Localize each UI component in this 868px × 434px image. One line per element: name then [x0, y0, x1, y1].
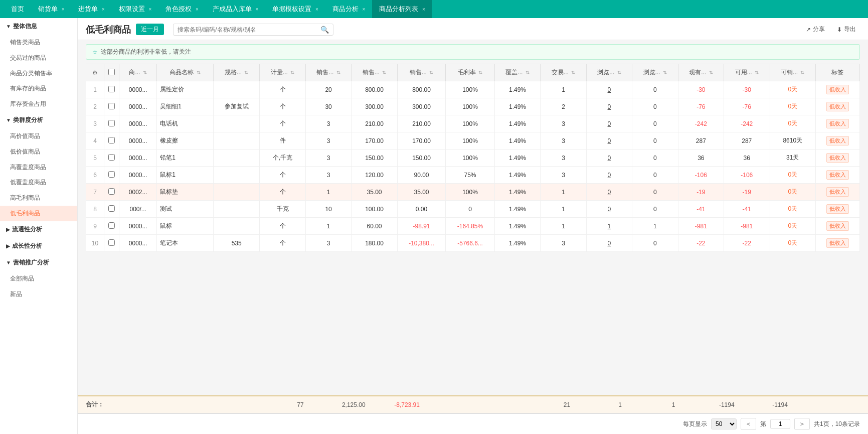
row-checkbox[interactable] [108, 222, 115, 229]
sort-icon-available[interactable]: ⇅ [755, 70, 759, 75]
search-icon[interactable]: 🔍 [320, 26, 329, 34]
period-button[interactable]: 近一月 [136, 24, 164, 35]
nav-product-analysis[interactable]: 商品分析 × [325, 0, 372, 18]
sidebar-item-stock-goods[interactable]: 有库存的商品 [0, 81, 77, 96]
sidebar-item-high-margin[interactable]: 高毛利商品 [0, 190, 77, 206]
nav-product-analysis-list[interactable]: 商品分析列表 × [372, 0, 432, 18]
row-name-cell[interactable]: 鼠标1 [157, 167, 214, 184]
row-checkbox[interactable] [108, 120, 115, 126]
row-name-cell[interactable]: 吴细细1 [157, 98, 214, 115]
row-view1-cell[interactable]: 0 [586, 150, 632, 167]
sidebar-group-overall-title[interactable]: ▼ 整体信息 [0, 18, 77, 35]
row-checkbox-cell[interactable] [104, 98, 119, 115]
sidebar-item-low-value[interactable]: 低价值商品 [0, 144, 77, 160]
row-checkbox[interactable] [108, 171, 115, 178]
sidebar-item-sales-goods[interactable]: 销售类商品 [0, 35, 77, 50]
sort-icon-transaction[interactable]: ⇅ [571, 70, 575, 75]
nav-roles-close[interactable]: × [196, 7, 199, 12]
row-view1-cell[interactable]: 0 [586, 235, 632, 252]
row-view1-cell[interactable]: 0 [586, 201, 632, 218]
sidebar-item-low-margin[interactable]: 低毛利商品 [0, 206, 77, 221]
sidebar-group-cluster-title[interactable]: ▼ 类群度分析 [0, 112, 77, 128]
nav-roles[interactable]: 角色授权 × [158, 0, 205, 18]
row-view1-cell[interactable]: 1 [586, 218, 632, 235]
nav-product-entry[interactable]: 产成品入库单 × [206, 0, 265, 18]
nav-product-analysis-list-close[interactable]: × [422, 7, 425, 12]
row-name-cell[interactable]: 铅笔1 [157, 150, 214, 167]
sort-icon-view1[interactable]: ⇅ [617, 70, 621, 75]
sort-icon-amount[interactable]: ⇅ [382, 70, 386, 75]
sidebar-group-growth-title[interactable]: ▶ 成长性分析 [0, 238, 77, 254]
row-name-cell[interactable]: 鼠标 [157, 218, 214, 235]
sidebar-item-high-value[interactable]: 高价值商品 [0, 128, 77, 144]
row-checkbox[interactable] [108, 154, 115, 161]
sort-icon-qty[interactable]: ⇅ [336, 70, 340, 75]
sort-icon-view2[interactable]: ⇅ [663, 70, 667, 75]
sort-icon-name[interactable]: ⇅ [197, 70, 201, 75]
sort-icon-stock[interactable]: ⇅ [709, 70, 713, 75]
nav-template[interactable]: 单据模板设置 × [265, 0, 325, 18]
nav-purchase-close[interactable]: × [102, 7, 105, 12]
row-checkbox-cell[interactable] [104, 81, 119, 98]
row-checkbox[interactable] [108, 239, 115, 246]
page-size-select[interactable]: 50 20 100 [711, 418, 737, 429]
sidebar-group-flow-title[interactable]: ▶ 流通性分析 [0, 221, 77, 238]
sidebar-item-new-goods[interactable]: 新品 [0, 286, 77, 302]
sidebar-item-all-goods[interactable]: 全部商品 [0, 271, 77, 286]
sidebar-item-category-rate[interactable]: 商品分类销售率 [0, 66, 77, 81]
sort-icon-sellable[interactable]: ⇅ [800, 70, 804, 75]
row-checkbox-cell[interactable] [104, 218, 119, 235]
row-view1-cell[interactable]: 0 [586, 132, 632, 150]
settings-icon[interactable]: ⚙ [92, 69, 98, 76]
nav-sales[interactable]: 销货单 × [31, 0, 71, 18]
settings-col-header[interactable]: ⚙ [86, 64, 104, 81]
prev-page-button[interactable]: ＜ [741, 418, 756, 430]
row-checkbox-cell[interactable] [104, 201, 119, 218]
nav-sales-close[interactable]: × [62, 7, 65, 12]
row-view1-cell[interactable]: 0 [586, 184, 632, 201]
nav-product-entry-close[interactable]: × [256, 7, 259, 12]
sort-icon-spec[interactable]: ⇅ [244, 70, 248, 75]
nav-permissions[interactable]: 权限设置 × [112, 0, 158, 18]
row-view1-cell[interactable]: 0 [586, 98, 632, 115]
row-checkbox[interactable] [108, 86, 115, 92]
row-checkbox-cell[interactable] [104, 150, 119, 167]
row-view1-cell[interactable]: 0 [586, 167, 632, 184]
sort-icon-unit[interactable]: ⇅ [290, 70, 294, 75]
row-view1-cell[interactable]: 0 [586, 115, 632, 132]
sidebar-item-traded-goods[interactable]: 交易过的商品 [0, 50, 77, 66]
row-checkbox[interactable] [108, 205, 115, 212]
row-checkbox-cell[interactable] [104, 132, 119, 150]
nav-template-close[interactable]: × [315, 7, 318, 12]
row-checkbox[interactable] [108, 103, 115, 109]
sidebar-item-stock-capital[interactable]: 库存资金占用 [0, 96, 77, 112]
checkbox-col-header[interactable] [104, 64, 119, 81]
export-button[interactable]: ⬇ 导出 [833, 23, 860, 36]
row-checkbox-cell[interactable] [104, 235, 119, 252]
row-checkbox-cell[interactable] [104, 184, 119, 201]
nav-purchase[interactable]: 进货单 × [71, 0, 111, 18]
row-checkbox[interactable] [108, 137, 115, 143]
row-name-cell[interactable]: 属性定价 [157, 81, 214, 98]
nav-product-analysis-close[interactable]: × [362, 7, 365, 12]
sort-icon-profit[interactable]: ⇅ [429, 70, 433, 75]
share-button[interactable]: ↗ 分享 [802, 23, 829, 36]
row-checkbox[interactable] [108, 188, 115, 195]
row-checkbox-cell[interactable] [104, 115, 119, 132]
row-checkbox-cell[interactable] [104, 167, 119, 184]
row-name-cell[interactable]: 测试 [157, 201, 214, 218]
row-name-cell[interactable]: 鼠标垫 [157, 184, 214, 201]
sidebar-group-marketing-title[interactable]: ▼ 营销推广分析 [0, 254, 77, 271]
sidebar-item-low-coverage[interactable]: 低覆盖度商品 [0, 175, 77, 190]
sort-icon-margin[interactable]: ⇅ [478, 70, 482, 75]
row-view1-cell[interactable]: 0 [586, 81, 632, 98]
nav-home[interactable]: 首页 [4, 0, 31, 18]
sort-icon[interactable]: ⇅ [143, 70, 147, 75]
nav-permissions-close[interactable]: × [149, 7, 152, 12]
row-name-cell[interactable]: 橡皮擦 [157, 132, 214, 150]
row-name-cell[interactable]: 电话机 [157, 115, 214, 132]
page-number-input[interactable] [770, 419, 790, 429]
row-name-cell[interactable]: 笔记本 [157, 235, 214, 252]
sidebar-item-high-coverage[interactable]: 高覆盖度商品 [0, 160, 77, 175]
next-page-button[interactable]: ＞ [794, 418, 810, 430]
